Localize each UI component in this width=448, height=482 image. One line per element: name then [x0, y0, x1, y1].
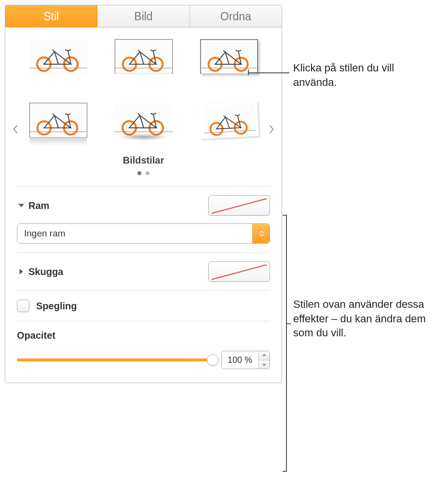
opacity-slider[interactable] — [17, 354, 213, 366]
opacity-value[interactable]: 100 % — [222, 351, 258, 369]
skugga-disclosure[interactable] — [17, 267, 26, 276]
ram-dropdown[interactable]: Ingen ram — [17, 223, 270, 244]
callout-style-pick: Klicka på stilen du vill använda. — [293, 61, 438, 89]
tab-ordna[interactable]: Ordna — [190, 5, 282, 27]
section-ram: Ram Ingen ram — [5, 187, 282, 252]
opacitet-label: Opacitet — [17, 330, 270, 341]
skugga-swatch-none[interactable] — [208, 262, 270, 282]
chevron-up-down-icon — [252, 224, 270, 243]
image-styles-title: Bildstilar — [23, 155, 264, 166]
styles-prev-button[interactable] — [10, 124, 21, 137]
format-panel: Stil Bild Ordna — [5, 5, 282, 383]
style-thumb-1[interactable] — [29, 39, 87, 74]
spegling-checkbox[interactable] — [17, 300, 29, 312]
section-opacitet: Opacitet 100 % — [5, 321, 282, 383]
style-page-dots — [23, 169, 264, 177]
opacity-step-down[interactable] — [258, 360, 270, 369]
style-thumb-4[interactable] — [29, 103, 87, 138]
style-thumb-6[interactable] — [200, 103, 258, 138]
opacity-value-box: 100 % — [221, 351, 270, 369]
section-spegling: Spegling — [5, 291, 282, 321]
ram-swatch-none[interactable] — [208, 195, 270, 216]
style-thumb-3[interactable] — [200, 39, 258, 74]
styles-next-button[interactable] — [266, 124, 277, 137]
image-styles-grid — [23, 39, 264, 138]
tab-stil[interactable]: Stil — [5, 5, 97, 27]
opacity-stepper — [258, 351, 270, 369]
callout-effects: Stilen ovan använder dessa effekter – du… — [293, 297, 438, 340]
page-dot-2[interactable] — [146, 171, 149, 175]
opacity-step-up[interactable] — [258, 351, 270, 360]
style-thumb-5[interactable] — [115, 103, 173, 138]
section-skugga: Skugga — [5, 253, 282, 290]
skugga-label: Skugga — [28, 266, 63, 277]
image-styles-area: Bildstilar — [5, 28, 282, 186]
tab-bild[interactable]: Bild — [97, 5, 190, 27]
ram-disclosure[interactable] — [17, 201, 26, 210]
tab-bar: Stil Bild Ordna — [5, 5, 282, 28]
svg-rect-20 — [202, 104, 256, 138]
ram-label: Ram — [28, 200, 49, 211]
ram-dropdown-label: Ingen ram — [17, 224, 252, 243]
style-thumb-2[interactable] — [115, 39, 173, 74]
page-dot-1[interactable] — [137, 171, 141, 175]
spegling-label: Spegling — [36, 301, 77, 312]
